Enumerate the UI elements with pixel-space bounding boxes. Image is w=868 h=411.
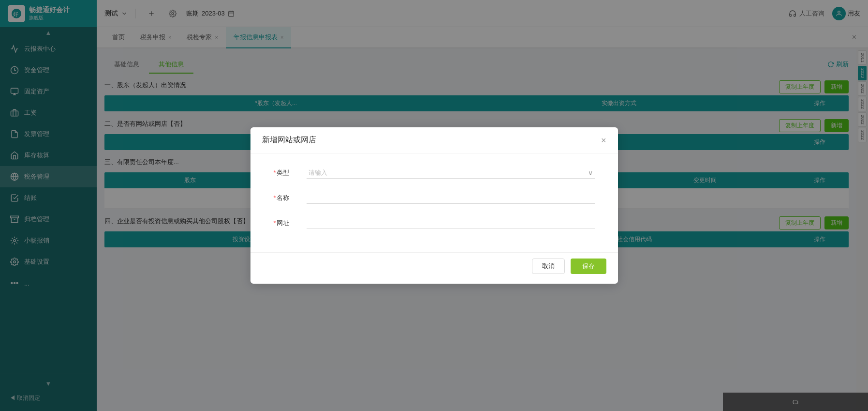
- type-label-text: 类型: [277, 169, 289, 176]
- name-label: *名称: [274, 194, 303, 202]
- url-label-text: 网址: [277, 219, 289, 227]
- required-star-url: *: [274, 219, 276, 227]
- cancel-button[interactable]: 取消: [532, 259, 565, 274]
- name-input[interactable]: [307, 192, 595, 203]
- dialog: 新增网站或网店 × *类型 ∨ *名称: [250, 127, 618, 284]
- dialog-footer: 取消 保存: [250, 252, 618, 284]
- form-item-type: *类型 ∨: [274, 167, 595, 179]
- form-item-url: *网址: [274, 217, 595, 229]
- name-input-wrap: [307, 192, 595, 204]
- form-item-name: *名称: [274, 192, 595, 204]
- type-label: *类型: [274, 168, 303, 177]
- url-input-wrap: [307, 217, 595, 229]
- required-star-name: *: [274, 194, 276, 201]
- type-input-wrap: ∨: [307, 167, 595, 179]
- dialog-close-btn[interactable]: ×: [601, 136, 606, 145]
- type-input[interactable]: [307, 167, 595, 178]
- dialog-header: 新增网站或网店 ×: [250, 127, 618, 153]
- required-star-type: *: [274, 169, 276, 176]
- dialog-body: *类型 ∨ *名称 *网址: [250, 153, 618, 252]
- url-label: *网址: [274, 219, 303, 228]
- dialog-title: 新增网站或网店: [262, 135, 316, 145]
- save-button[interactable]: 保存: [571, 259, 606, 274]
- dialog-overlay[interactable]: 新增网站或网店 × *类型 ∨ *名称: [0, 0, 868, 411]
- url-input[interactable]: [307, 217, 595, 228]
- name-label-text: 名称: [277, 194, 289, 201]
